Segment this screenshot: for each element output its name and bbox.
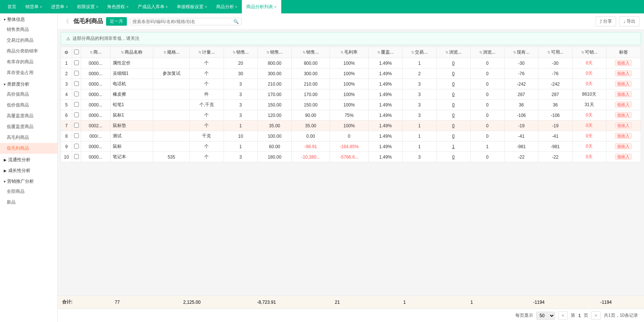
row-name[interactable]: 吴细细1 bbox=[110, 68, 153, 79]
col-settings[interactable]: ⚙ bbox=[61, 47, 72, 58]
nav-item-templates[interactable]: 单据模板设置 × bbox=[172, 0, 211, 13]
row-checkbox[interactable] bbox=[72, 131, 81, 141]
nav-item-home[interactable]: 首页 bbox=[3, 0, 21, 13]
row-browse1[interactable]: 0 bbox=[436, 100, 470, 110]
sidebar-item-traded-goods[interactable]: 交易过的商品 bbox=[0, 35, 57, 46]
gear-icon[interactable]: ⚙ bbox=[64, 50, 68, 55]
sidebar-item-sales-goods[interactable]: 销售类商品 bbox=[0, 24, 57, 35]
row-select-checkbox[interactable] bbox=[74, 144, 79, 149]
row-name[interactable]: 铅笔1 bbox=[110, 100, 153, 110]
col-saleable[interactable]: 可销... bbox=[572, 47, 606, 58]
row-checkbox[interactable] bbox=[72, 89, 81, 100]
row-checkbox[interactable] bbox=[72, 100, 81, 110]
col-name[interactable]: 商品名称 bbox=[110, 47, 153, 58]
row-checkbox[interactable] bbox=[72, 79, 81, 89]
row-select-checkbox[interactable] bbox=[74, 92, 79, 96]
row-browse1[interactable]: 0 bbox=[436, 79, 470, 89]
col-trade[interactable]: 交易... bbox=[403, 47, 436, 58]
row-select-checkbox[interactable] bbox=[74, 154, 79, 159]
row-name[interactable]: 鼠标垫 bbox=[110, 121, 153, 131]
nav-item-analysis[interactable]: 商品分析 × bbox=[212, 0, 242, 13]
search-box[interactable]: 🔍 bbox=[130, 18, 241, 25]
nav-close-analysis[interactable]: × bbox=[235, 4, 237, 9]
next-page-button[interactable]: ＞ bbox=[591, 311, 601, 320]
nav-close-analysis-list[interactable]: × bbox=[274, 4, 276, 9]
col-unit[interactable]: 计量... bbox=[190, 47, 224, 58]
row-select-checkbox[interactable] bbox=[74, 71, 79, 76]
row-checkbox[interactable] bbox=[72, 68, 81, 79]
prev-page-button[interactable]: ＜ bbox=[558, 311, 568, 320]
row-name[interactable]: 橡皮擦 bbox=[110, 89, 153, 100]
export-button[interactable]: ↓ 导出 bbox=[619, 16, 640, 26]
nav-close-purchase[interactable]: × bbox=[65, 4, 68, 9]
col-spec[interactable]: 规格... bbox=[153, 47, 190, 58]
col-browse2[interactable]: 浏览... bbox=[470, 47, 504, 58]
row-browse1[interactable]: 0 bbox=[436, 152, 470, 162]
row-name[interactable]: 鼠标 bbox=[110, 141, 153, 152]
select-all-checkbox[interactable] bbox=[74, 50, 79, 54]
sidebar-item-stock-capital[interactable]: 库存资金占用 bbox=[0, 67, 57, 78]
row-select-checkbox[interactable] bbox=[74, 81, 79, 86]
row-name[interactable]: 鼠标1 bbox=[110, 110, 153, 121]
col-available-stock[interactable]: 可用... bbox=[538, 47, 572, 58]
col-coverage[interactable]: 覆盖... bbox=[368, 47, 402, 58]
row-browse1[interactable]: 1 bbox=[436, 141, 470, 152]
sidebar-item-new-goods[interactable]: 新品 bbox=[0, 197, 57, 208]
sidebar-item-category-rate[interactable]: 商品分类助销率 bbox=[0, 46, 57, 57]
sidebar-item-low-coverage[interactable]: 低覆盖度商品 bbox=[0, 121, 57, 132]
nav-close-sales[interactable]: × bbox=[40, 4, 42, 9]
search-input[interactable] bbox=[132, 19, 233, 24]
row-browse1[interactable]: 0 bbox=[436, 121, 470, 131]
sidebar-group-overview[interactable]: ▾ 整体信息 bbox=[0, 13, 57, 24]
search-icon[interactable]: 🔍 bbox=[233, 19, 239, 24]
sidebar-group-growth[interactable]: ▶ 成长性分析 bbox=[0, 165, 57, 175]
nav-close-products[interactable]: × bbox=[166, 4, 168, 9]
sidebar-item-all-goods[interactable]: 全部商品 bbox=[0, 186, 57, 197]
col-current-stock[interactable]: 现有... bbox=[504, 47, 538, 58]
nav-close-templates[interactable]: × bbox=[205, 4, 207, 9]
per-page-select[interactable]: 50 100 bbox=[536, 312, 555, 320]
row-checkbox[interactable] bbox=[72, 152, 81, 162]
collapse-sidebar-button[interactable]: 《 bbox=[62, 18, 70, 25]
row-name[interactable]: 测试 bbox=[110, 131, 153, 141]
sidebar-item-stock-goods[interactable]: 有库存的商品 bbox=[0, 57, 57, 67]
row-select-checkbox[interactable] bbox=[74, 60, 79, 65]
sidebar-item-high-value[interactable]: 高价值商品 bbox=[0, 89, 57, 100]
nav-close-permissions[interactable]: × bbox=[96, 4, 98, 9]
row-browse1[interactable]: 0 bbox=[436, 110, 470, 121]
nav-item-analysis-list[interactable]: 商品分析列表 × bbox=[242, 0, 281, 13]
col-sales-qty[interactable]: 销售... bbox=[224, 47, 257, 58]
sidebar-group-cluster[interactable]: ▾ 类群度分析 bbox=[0, 78, 57, 89]
row-checkbox[interactable] bbox=[72, 58, 81, 68]
row-browse1[interactable]: 0 bbox=[436, 89, 470, 100]
col-code[interactable]: 商... bbox=[81, 47, 110, 58]
sidebar-item-low-margin[interactable]: 低毛利商品 bbox=[0, 143, 57, 154]
sidebar-item-high-coverage[interactable]: 高覆盖度商品 bbox=[0, 111, 57, 121]
col-sales-profit[interactable]: 销售... bbox=[292, 47, 330, 58]
sidebar-group-flow[interactable]: ▶ 流通性分析 bbox=[0, 154, 57, 165]
time-filter-button[interactable]: 近一月 bbox=[106, 17, 127, 26]
row-name[interactable]: 笔记本 bbox=[110, 152, 153, 162]
row-checkbox[interactable] bbox=[72, 121, 81, 131]
row-browse1[interactable]: 0 bbox=[436, 131, 470, 141]
row-browse1[interactable]: 0 bbox=[436, 68, 470, 79]
nav-item-sales[interactable]: 销货单 × bbox=[21, 0, 47, 13]
sidebar-item-high-margin[interactable]: 高毛利商品 bbox=[0, 132, 57, 143]
sidebar-item-low-value[interactable]: 低价值商品 bbox=[0, 100, 57, 111]
row-name[interactable]: 属性定价 bbox=[110, 58, 153, 68]
col-gross-margin[interactable]: 毛利率 bbox=[330, 47, 368, 58]
col-browse1[interactable]: 浏览... bbox=[436, 47, 470, 58]
nav-item-products[interactable]: 产成品入库单 × bbox=[133, 0, 172, 13]
row-select-checkbox[interactable] bbox=[74, 123, 79, 128]
row-select-checkbox[interactable] bbox=[74, 102, 79, 107]
nav-close-roles[interactable]: × bbox=[126, 4, 128, 9]
row-select-checkbox[interactable] bbox=[74, 112, 79, 117]
sidebar-group-marketing[interactable]: ▾ 营销推广分析 bbox=[0, 175, 57, 186]
row-name[interactable]: 电话机 bbox=[110, 79, 153, 89]
nav-item-purchase[interactable]: 进货单 × bbox=[47, 0, 72, 13]
row-browse1[interactable]: 0 bbox=[436, 58, 470, 68]
row-checkbox[interactable] bbox=[72, 141, 81, 152]
row-checkbox[interactable] bbox=[72, 110, 81, 121]
col-sales-price[interactable]: 销售... bbox=[257, 47, 291, 58]
share-button[interactable]: ⤴ 分享 bbox=[596, 16, 616, 26]
